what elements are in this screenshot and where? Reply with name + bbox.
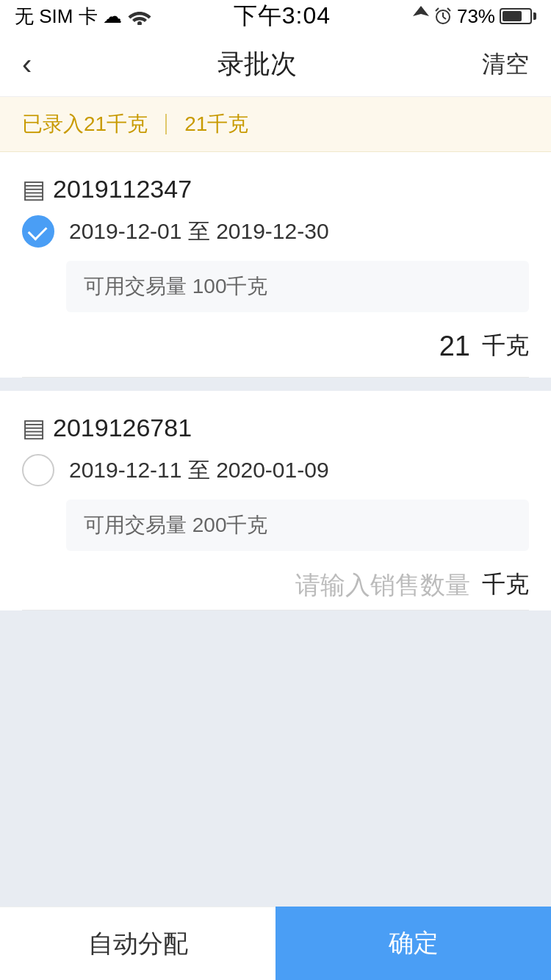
sim-label: 无 SIM 卡 ☁ (15, 4, 122, 29)
batch-1-quantity-unit: 千克 (482, 330, 529, 362)
batch-1-date: 2019-12-01 至 2019-12-30 (69, 217, 329, 247)
page-title: 录批次 (217, 46, 297, 82)
batch-1-header: ▤ 2019112347 (22, 174, 529, 203)
batch-2-header: ▤ 2019126781 (22, 413, 529, 442)
info-divider (165, 114, 167, 134)
wifi-icon (128, 7, 151, 25)
batch-2-section: ▤ 2019126781 2019-12-11 至 2020-01-09 可用交… (0, 391, 551, 610)
svg-point-0 (137, 21, 142, 25)
location-icon (413, 6, 429, 26)
bottom-bar: 自动分配 确定 (0, 907, 551, 980)
back-button[interactable]: ‹ (22, 48, 32, 81)
batch-2-available: 可用交易量 200千克 (66, 500, 529, 551)
batch-2-number: 2019126781 (53, 414, 192, 442)
batch-1-quantity-value: 21 (439, 331, 470, 362)
batch-1-item: ▤ 2019112347 2019-12-01 至 2019-12-30 可用交… (0, 152, 551, 312)
batch-1-number: 2019112347 (53, 175, 192, 203)
section-divider (0, 378, 551, 391)
svg-line-3 (443, 17, 446, 19)
info-bar: 已录入21千克 21千克 (0, 97, 551, 152)
batch-2-date: 2019-12-11 至 2020-01-09 (69, 455, 329, 486)
svg-line-5 (447, 8, 450, 11)
batch-1-icon: ▤ (22, 174, 46, 203)
auto-distribute-button[interactable]: 自动分配 (0, 907, 276, 980)
alarm-icon (433, 7, 453, 26)
batch-1-date-row[interactable]: 2019-12-01 至 2019-12-30 (22, 215, 529, 248)
batch-1-radio[interactable] (22, 215, 54, 248)
batch-2-item: ▤ 2019126781 2019-12-11 至 2020-01-09 可用交… (0, 391, 551, 551)
status-bar: 无 SIM 卡 ☁ 下午3:04 73% (0, 0, 551, 32)
batch-2-icon: ▤ (22, 413, 46, 442)
batch-1-quantity-row: 21 千克 (0, 312, 551, 362)
batch-2-date-row[interactable]: 2019-12-11 至 2020-01-09 (22, 454, 529, 486)
batch-1-section: ▤ 2019112347 2019-12-01 至 2019-12-30 可用交… (0, 152, 551, 378)
nav-bar: ‹ 录批次 清空 (0, 32, 551, 97)
batch-2-input-unit: 千克 (482, 569, 529, 601)
clear-button[interactable]: 清空 (482, 48, 529, 81)
batch-2-quantity-input[interactable] (158, 571, 470, 599)
status-time: 下午3:04 (234, 0, 331, 32)
svg-line-4 (436, 8, 439, 11)
total-label: 21千克 (184, 110, 248, 138)
status-right: 73% (413, 5, 536, 28)
batch-1-available: 可用交易量 100千克 (66, 261, 529, 312)
batch-2-radio[interactable] (22, 454, 54, 486)
confirm-button[interactable]: 确定 (276, 907, 551, 980)
recorded-label: 已录入21千克 (22, 110, 148, 138)
batch-2-input-row: 千克 (0, 551, 551, 601)
gray-area (0, 610, 551, 919)
status-left: 无 SIM 卡 ☁ (15, 4, 151, 29)
battery-percent: 73% (457, 5, 495, 28)
battery-icon (500, 8, 536, 24)
